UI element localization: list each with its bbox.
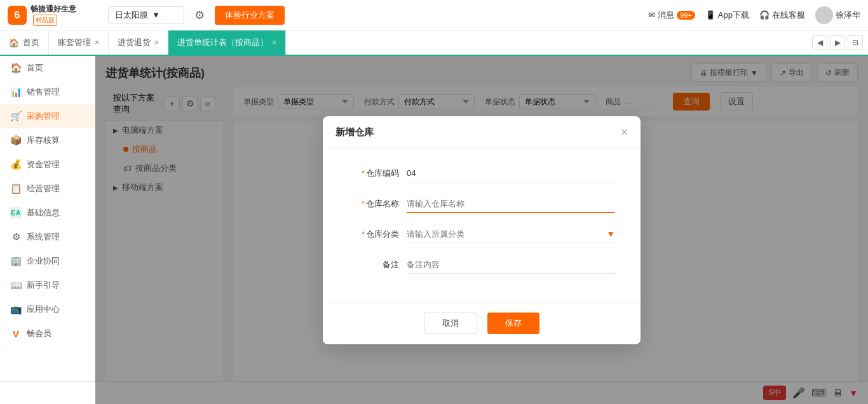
- top-header: 6 畅捷通好生意 精品版 日太阳膜 ▼ ⚙ 体验行业方案 ✉ 消息 99+ 📱 …: [0, 0, 868, 30]
- finance-icon: 💰: [10, 159, 22, 170]
- tab-accounts[interactable]: 账套管理 ×: [49, 30, 109, 55]
- dialog-footer: 取消 保存: [323, 302, 641, 344]
- home-icon: 🏠: [9, 38, 19, 48]
- dialog-close-btn[interactable]: ×: [621, 126, 628, 138]
- sidebar-basic-info-label: 基础信息: [27, 207, 60, 219]
- cancel-button[interactable]: 取消: [424, 313, 477, 334]
- store-name: 日太阳膜: [115, 10, 148, 21]
- app-download-btn[interactable]: 📱 App下载: [705, 10, 749, 21]
- username: 徐泽华: [836, 10, 860, 21]
- sidebar-item-app-center[interactable]: 📺 应用中心: [0, 297, 95, 321]
- trial-button[interactable]: 体验行业方案: [215, 6, 285, 25]
- remark-label: 备注: [348, 259, 399, 271]
- sales-icon: 📊: [10, 86, 22, 98]
- avatar: [815, 6, 833, 24]
- sidebar-app-center-label: 应用中心: [27, 304, 60, 315]
- content-area: 进货单统计(按商品) 🖨 按模板打印 ▼ ↗ 导出 ↺ 刷新: [95, 56, 868, 404]
- tab-purchase-returns[interactable]: 进货退货 ×: [109, 30, 168, 55]
- basic-info-icon: EA: [10, 207, 22, 219]
- app-badge: 精品版: [33, 15, 57, 26]
- warehouse-code-input[interactable]: [407, 165, 615, 182]
- user-area[interactable]: 徐泽华: [815, 6, 860, 24]
- new-warehouse-dialog: 新增仓库 × 仓库编码 仓库名称 仓库: [323, 116, 641, 344]
- tab-purchase-stats-label: 进货单统计表（按商品）: [177, 37, 268, 48]
- inventory-icon: 📦: [10, 135, 22, 146]
- sidebar-system-label: 系统管理: [27, 231, 60, 243]
- sidebar-purchase-label: 采购管理: [27, 111, 60, 122]
- settings-icon[interactable]: ⚙: [189, 5, 210, 25]
- sidebar-item-operations[interactable]: 📋 经营管理: [0, 177, 95, 201]
- form-row-category: 仓库分类 ▼: [348, 226, 615, 243]
- sidebar-vip-label: 畅会员: [27, 328, 51, 339]
- vip-icon: V: [10, 328, 22, 339]
- tab-accounts-close[interactable]: ×: [95, 38, 99, 47]
- form-row-code: 仓库编码: [348, 165, 615, 182]
- headset-icon: 🎧: [759, 10, 770, 20]
- sidebar-item-purchase[interactable]: 🛒 采购管理: [0, 104, 95, 128]
- tab-menu-btn[interactable]: ⊟: [848, 35, 863, 50]
- app-center-icon: 📺: [10, 304, 22, 315]
- dialog-backdrop: 新增仓库 × 仓库编码 仓库名称 仓库: [95, 56, 868, 404]
- sidebar: 🏠 首页 📊 销售管理 🛒 采购管理 📦 库存核算 💰 资金管理 📋 经营管理 …: [0, 56, 95, 404]
- sidebar-home-label: 首页: [27, 62, 43, 74]
- sidebar-item-sales[interactable]: 📊 销售管理: [0, 80, 95, 104]
- online-service-label: 在线客服: [772, 10, 805, 21]
- store-selector[interactable]: 日太阳膜 ▼: [108, 6, 184, 24]
- sidebar-item-guide[interactable]: 📖 新手引导: [0, 273, 95, 297]
- tab-purchase-returns-label: 进货退货: [118, 37, 151, 48]
- code-label: 仓库编码: [348, 168, 399, 179]
- warehouse-name-input[interactable]: [407, 195, 615, 213]
- sidebar-item-enterprise[interactable]: 🏢 企业协同: [0, 249, 95, 273]
- name-label: 仓库名称: [348, 198, 399, 210]
- dialog-header: 新增仓库 ×: [323, 116, 641, 149]
- app-download-label: App下载: [718, 10, 749, 21]
- tab-bar: 🏠 首页 账套管理 × 进货退货 × 进货单统计表（按商品） × ◀ ▶ ⊟: [0, 30, 868, 56]
- sidebar-item-vip[interactable]: V 畅会员: [0, 321, 95, 346]
- form-row-remark: 备注: [348, 256, 615, 274]
- sidebar-guide-label: 新手引导: [27, 279, 60, 291]
- guide-icon: 📖: [10, 279, 22, 291]
- form-row-name: 仓库名称: [348, 195, 615, 213]
- main-layout: 🏠 首页 📊 销售管理 🛒 采购管理 📦 库存核算 💰 资金管理 📋 经营管理 …: [0, 56, 868, 404]
- sidebar-sales-label: 销售管理: [27, 86, 60, 98]
- message-badge: 99+: [677, 11, 695, 20]
- tab-right-buttons: ◀ ▶ ⊟: [807, 35, 868, 50]
- message-label: 消息: [658, 10, 674, 21]
- sidebar-item-home[interactable]: 🏠 首页: [0, 56, 95, 80]
- logo-area: 6 畅捷通好生意 精品版: [8, 4, 103, 26]
- tab-accounts-label: 账套管理: [58, 37, 91, 48]
- purchase-icon: 🛒: [10, 111, 22, 122]
- message-icon: ✉: [648, 10, 655, 20]
- messages-btn[interactable]: ✉ 消息 99+: [648, 10, 695, 21]
- sidebar-inventory-label: 库存核算: [27, 135, 60, 146]
- remark-input[interactable]: [407, 256, 615, 274]
- online-service-btn[interactable]: 🎧 在线客服: [759, 10, 805, 21]
- system-icon: ⚙: [10, 231, 22, 243]
- header-right: ✉ 消息 99+ 📱 App下载 🎧 在线客服 徐泽华: [648, 6, 860, 24]
- tab-purchase-returns-close[interactable]: ×: [154, 38, 159, 47]
- dialog-body: 仓库编码 仓库名称 仓库分类 ▼: [323, 149, 641, 302]
- tab-next-btn[interactable]: ▶: [830, 35, 845, 50]
- dialog-title: 新增仓库: [336, 126, 374, 138]
- sidebar-finance-label: 资金管理: [27, 159, 60, 170]
- category-label: 仓库分类: [348, 229, 399, 240]
- tab-home[interactable]: 🏠 首页: [0, 30, 49, 55]
- sidebar-item-finance[interactable]: 💰 资金管理: [0, 152, 95, 177]
- tab-home-label: 首页: [23, 37, 39, 48]
- sidebar-operations-label: 经营管理: [27, 183, 60, 194]
- category-select-wrapper: ▼: [407, 226, 615, 243]
- phone-icon: 📱: [705, 10, 715, 20]
- tab-prev-btn[interactable]: ◀: [812, 35, 827, 50]
- sidebar-item-system[interactable]: ⚙ 系统管理: [0, 225, 95, 249]
- store-dropdown-icon: ▼: [152, 10, 160, 20]
- category-dropdown-icon[interactable]: ▼: [606, 229, 615, 239]
- sidebar-enterprise-label: 企业协同: [27, 255, 60, 267]
- tab-purchase-stats[interactable]: 进货单统计表（按商品） ×: [168, 30, 286, 55]
- logo-icon: 6: [8, 6, 27, 25]
- category-select-input[interactable]: [407, 226, 606, 243]
- save-button[interactable]: 保存: [487, 313, 539, 334]
- operations-icon: 📋: [10, 183, 22, 194]
- sidebar-item-inventory[interactable]: 📦 库存核算: [0, 128, 95, 152]
- sidebar-item-basic-info[interactable]: EA 基础信息: [0, 201, 95, 225]
- tab-purchase-stats-close[interactable]: ×: [272, 38, 276, 47]
